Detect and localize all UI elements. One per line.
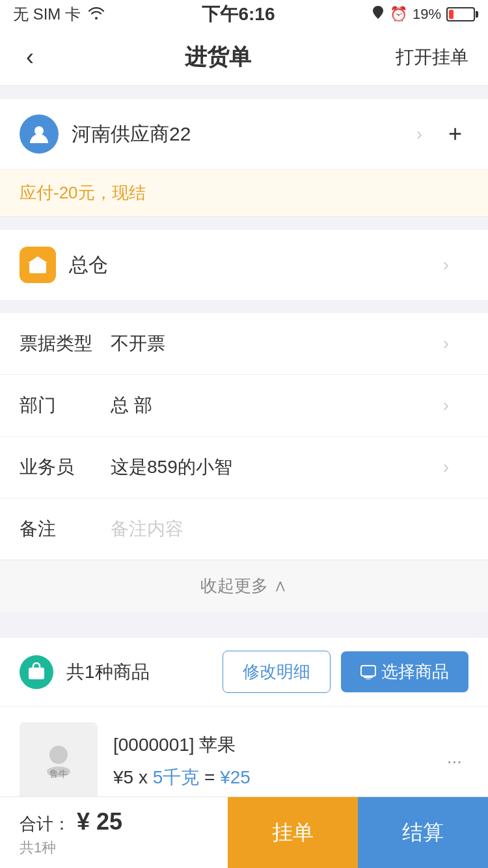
sales-row[interactable]: 业务员 这是859的小智 ›: [0, 437, 488, 498]
back-button[interactable]: ‹: [20, 37, 40, 77]
status-left: 无 SIM 卡: [13, 4, 105, 25]
open-pending-button[interactable]: 打开挂单: [396, 45, 468, 70]
svg-text:鲁牛: 鲁牛: [49, 768, 68, 779]
product-info: [0000001] 苹果 ¥5 x 5千克 = ¥25: [113, 733, 441, 790]
location-icon: [372, 5, 385, 23]
bottom-bar: 合计： ¥ 25 共1种 挂单 结算: [0, 796, 488, 868]
invoice-value: 不开票: [111, 331, 443, 356]
battery-fill: [449, 10, 454, 19]
supplier-chevron-icon: ›: [416, 124, 422, 144]
warehouse-name: 总仓: [69, 252, 443, 278]
collapse-button[interactable]: 收起更多 ∧: [0, 560, 488, 612]
nav-bar: ‹ 进货单 打开挂单: [0, 29, 488, 86]
warehouse-section: 总仓 ›: [0, 230, 488, 300]
total-row: 合计： ¥ 25: [20, 808, 208, 835]
supplier-section: 河南供应商22 › + 应付-20元，现结: [0, 99, 488, 217]
wifi-icon: [87, 5, 105, 23]
remark-input[interactable]: 备注内容: [111, 517, 468, 541]
svg-rect-4: [361, 666, 375, 676]
sales-chevron-icon: ›: [443, 457, 449, 478]
select-product-button[interactable]: 选择商品: [341, 651, 468, 692]
equals: =: [204, 767, 220, 787]
total-amount: ¥ 25: [77, 808, 122, 835]
invoice-chevron-icon: ›: [443, 333, 449, 354]
remark-label: 备注: [20, 517, 111, 541]
products-count: 共1种商品: [66, 660, 223, 685]
warehouse-chevron-icon: ›: [443, 254, 449, 275]
products-header: 共1种商品 修改明细 选择商品: [0, 638, 488, 707]
svg-point-5: [49, 746, 68, 764]
total-label: 合计：: [20, 813, 70, 835]
invoice-label: 票据类型: [20, 331, 111, 356]
total-count: 共1种: [20, 838, 208, 858]
remark-row[interactable]: 备注 备注内容: [0, 498, 488, 560]
total-price: ¥25: [220, 767, 251, 787]
carrier-label: 无 SIM 卡: [13, 4, 81, 25]
product-code: [0000001]: [113, 735, 199, 755]
dept-chevron-icon: ›: [443, 395, 449, 416]
svg-rect-3: [29, 668, 44, 679]
unit-price: ¥5 x: [113, 767, 153, 787]
supplier-row[interactable]: 河南供应商22 › +: [0, 99, 488, 170]
sales-value: 这是859的小智: [111, 455, 443, 480]
warehouse-icon: [20, 247, 56, 283]
supplier-name: 河南供应商22: [72, 121, 416, 148]
section-gap-2: [0, 217, 488, 230]
battery-percent: 19%: [413, 6, 441, 23]
dept-row[interactable]: 部门 总 部 ›: [0, 375, 488, 437]
section-gap-1: [0, 86, 488, 99]
status-bar: 无 SIM 卡 下午6:16 ⏰ 19%: [0, 0, 488, 29]
product-title: 苹果: [199, 735, 236, 755]
product-name: [0000001] 苹果: [113, 733, 441, 757]
sales-label: 业务员: [20, 455, 111, 480]
page-title: 进货单: [185, 42, 251, 72]
product-price: ¥5 x 5千克 = ¥25: [113, 765, 441, 790]
svg-rect-1: [29, 263, 46, 273]
products-icon: [20, 655, 53, 689]
products-section: 共1种商品 修改明细 选择商品 鲁牛 [0000001] 苹果 ¥5 x: [0, 638, 488, 817]
svg-marker-2: [28, 256, 47, 263]
warehouse-row[interactable]: 总仓 ›: [0, 230, 488, 300]
invoice-type-row[interactable]: 票据类型 不开票 ›: [0, 313, 488, 375]
edit-detail-button[interactable]: 修改明细: [223, 651, 331, 693]
status-time: 下午6:16: [202, 2, 275, 27]
total-section: 合计： ¥ 25 共1种: [0, 797, 228, 868]
more-options-button[interactable]: ···: [441, 744, 468, 778]
svg-point-0: [34, 126, 44, 135]
section-gap-3: [0, 612, 488, 625]
checkout-button[interactable]: 结算: [358, 797, 488, 868]
add-button[interactable]: +: [442, 120, 468, 148]
dept-label: 部门: [20, 393, 111, 418]
battery-icon: [446, 7, 475, 21]
form-section: 票据类型 不开票 › 部门 总 部 › 业务员 这是859的小智 › 备注 备注…: [0, 313, 488, 560]
status-right: ⏰ 19%: [372, 5, 475, 23]
pending-button[interactable]: 挂单: [228, 797, 358, 868]
supplier-avatar: [20, 115, 59, 154]
select-product-label: 选择商品: [381, 660, 449, 683]
product-thumbnail: 鲁牛: [20, 722, 98, 800]
dept-value: 总 部: [111, 393, 443, 418]
quantity: 5千克: [153, 767, 200, 787]
notice-banner: 应付-20元，现结: [0, 170, 488, 217]
alarm-icon: ⏰: [390, 6, 407, 23]
